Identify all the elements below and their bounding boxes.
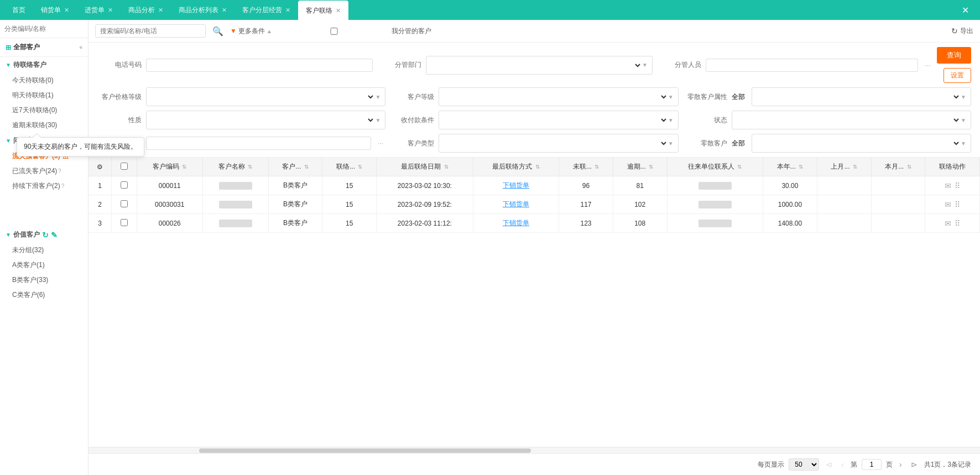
sidebar-group-header-value[interactable]: ▼ 价值客户 ↻ ✎	[0, 227, 88, 243]
customer-type-dropdown[interactable]	[444, 137, 668, 150]
cell-last-contact-method[interactable]: 下销货单	[473, 195, 559, 214]
sidebar-item-tomorrow[interactable]: 明天待联络(1)	[0, 88, 88, 103]
cell-checkbox[interactable]	[112, 176, 137, 195]
sidebar-item-7days[interactable]: 近7天待联络(0)	[0, 103, 88, 118]
contact-method-link[interactable]: 下销货单	[503, 200, 529, 208]
my-customer-checkbox[interactable]	[279, 28, 389, 35]
customer-level-dropdown[interactable]	[444, 90, 668, 103]
sidebar-item-class-c[interactable]: C类客户(6)	[0, 288, 88, 302]
phone-input[interactable]	[146, 59, 373, 72]
query-button[interactable]: 查询	[937, 47, 971, 64]
cell-checkbox[interactable]	[112, 195, 137, 214]
retail-attr-select[interactable]: ▼	[752, 87, 971, 106]
payment-select[interactable]: ▼	[439, 111, 678, 129]
sidebar-item-overdue[interactable]: 逾期未联络(30)	[0, 118, 88, 133]
cell-last-contact-method[interactable]: 下销货单	[473, 214, 559, 233]
last-page-button[interactable]: ⊳	[909, 459, 920, 470]
col-customer-type[interactable]: 客户... ⇅	[268, 158, 322, 176]
col-name[interactable]: 客户名称 ⇅	[202, 158, 268, 176]
sidebar-item-declining[interactable]: 持续下滑客户(2) ?	[0, 179, 88, 194]
prev-page-button[interactable]: ‹	[839, 459, 846, 470]
select-all-checkbox[interactable]	[121, 163, 128, 170]
status-dropdown[interactable]	[737, 113, 961, 127]
refresh-icon[interactable]: ↻	[42, 231, 49, 239]
tab-customer-contact[interactable]: 客户联络 ✕	[298, 1, 348, 20]
close-icon[interactable]: ✕	[222, 7, 227, 14]
tab-customer-segmentation[interactable]: 客户分层经营 ✕	[234, 0, 298, 20]
settings-icon[interactable]: ⚙	[97, 163, 103, 171]
edit-icon[interactable]: ✎	[51, 231, 58, 239]
person-input[interactable]	[706, 59, 918, 72]
nature-dropdown[interactable]	[151, 113, 375, 127]
status-select[interactable]: ▼	[732, 111, 971, 129]
payment-dropdown[interactable]	[444, 113, 668, 127]
col-last-month[interactable]: 上月... ⇅	[817, 158, 871, 176]
collapse-icon[interactable]: «	[79, 44, 82, 50]
col-this-month[interactable]: 本月... ⇅	[871, 158, 925, 176]
close-icon[interactable]: ✕	[64, 7, 69, 14]
tab-home[interactable]: 首页	[4, 0, 33, 20]
scroll-thumb[interactable]	[199, 448, 531, 453]
contact-action-icon[interactable]: ✉	[945, 219, 951, 228]
close-icon[interactable]: ✕	[336, 7, 341, 14]
more-action-icon[interactable]: ⠿	[955, 181, 960, 190]
close-icon[interactable]: ✕	[285, 7, 290, 14]
region-more-button[interactable]: ···	[376, 137, 385, 149]
first-page-button[interactable]: ⊲	[823, 459, 835, 470]
price-level-select[interactable]: ▼	[146, 87, 385, 106]
setting-button[interactable]: 设置	[943, 68, 971, 83]
tab-sales-order[interactable]: 销货单 ✕	[33, 0, 77, 20]
price-level-dropdown[interactable]	[151, 90, 375, 103]
retail-customer-dropdown[interactable]	[757, 137, 961, 150]
horizontal-scrollbar[interactable]	[88, 447, 980, 453]
tab-purchase-order[interactable]: 进货单 ✕	[77, 0, 121, 20]
retail-customer-select[interactable]: ▼	[752, 134, 971, 153]
col-uncontact[interactable]: 未联... ⇅	[559, 158, 613, 176]
more-action-icon[interactable]: ⠿	[955, 200, 960, 209]
customer-level-select[interactable]: ▼	[439, 87, 678, 106]
contact-method-link[interactable]: 下销货单	[503, 181, 529, 189]
more-filter-button[interactable]: ▼ 更多条件 ▲	[230, 27, 272, 36]
window-close-button[interactable]: ✕	[955, 5, 976, 15]
customer-type-select[interactable]: ▼	[439, 134, 678, 153]
more-action-icon[interactable]: ⠿	[955, 219, 960, 228]
contact-method-link[interactable]: 下销货单	[503, 219, 529, 227]
sidebar-item-class-a[interactable]: A类客户(1)	[0, 258, 88, 273]
export-button[interactable]: ↻ 导出	[951, 27, 973, 36]
row-checkbox[interactable]	[121, 200, 128, 207]
tab-product-analysis[interactable]: 商品分析 ✕	[121, 0, 171, 20]
sidebar-item-class-b[interactable]: B类客户(33)	[0, 273, 88, 288]
page-size-select[interactable]: 50 100 200	[789, 458, 819, 471]
col-code[interactable]: 客户编码 ⇅	[137, 158, 202, 176]
dept-select[interactable]: ▼	[426, 56, 653, 75]
sidebar-item-today[interactable]: 今天待联络(0)	[0, 73, 88, 88]
retail-attr-dropdown[interactable]	[757, 90, 961, 103]
more-button[interactable]: ···	[922, 59, 932, 71]
page-number-input[interactable]	[862, 459, 882, 470]
contact-action-icon[interactable]: ✉	[945, 181, 951, 190]
col-unit-contact[interactable]: 往来单位联系人 ⇅	[667, 158, 763, 176]
search-button[interactable]: 🔍	[212, 26, 223, 36]
cell-checkbox[interactable]	[112, 214, 137, 233]
row-checkbox[interactable]	[121, 181, 128, 189]
sidebar-search-input[interactable]	[4, 25, 87, 33]
tab-product-analysis-list[interactable]: 商品分析列表 ✕	[171, 0, 234, 20]
close-icon[interactable]: ✕	[158, 7, 163, 14]
col-this-year[interactable]: 本年... ⇅	[763, 158, 817, 176]
my-customer-checkbox-area[interactable]: 我分管的客户	[279, 27, 431, 36]
contact-action-icon[interactable]: ✉	[945, 200, 951, 209]
close-icon[interactable]: ✕	[108, 7, 113, 14]
sidebar-all-customers[interactable]: ⊞ 全部客户 «	[0, 38, 88, 57]
col-contact-count[interactable]: 联络... ⇅	[322, 158, 377, 176]
sidebar-item-churned[interactable]: 已流失客户(24) ?	[0, 164, 88, 179]
sidebar-item-ungrouped[interactable]: 未分组(32)	[0, 243, 88, 258]
nature-select[interactable]: ▼	[146, 111, 385, 129]
col-overdue[interactable]: 逾期... ⇅	[613, 158, 667, 176]
search-input[interactable]	[95, 24, 206, 38]
col-last-contact-method[interactable]: 最后联络方式 ⇅	[473, 158, 559, 176]
cell-last-contact-method[interactable]: 下销货单	[473, 176, 559, 195]
sidebar-group-header-pending[interactable]: ▼ 待联络客户	[0, 57, 88, 73]
dept-dropdown[interactable]	[431, 59, 642, 72]
next-page-button[interactable]: ›	[897, 459, 904, 470]
row-checkbox[interactable]	[121, 219, 128, 226]
